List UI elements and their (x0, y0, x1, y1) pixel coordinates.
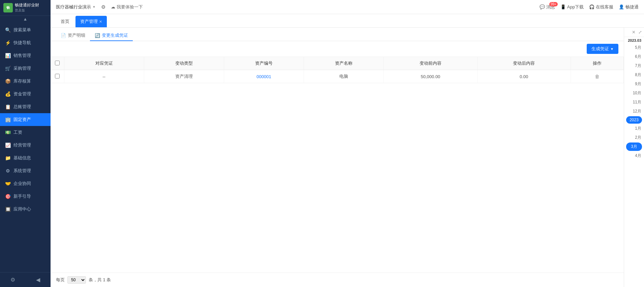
timeline-month[interactable]: 1月 (624, 124, 644, 133)
generate-voucher-label: 生成凭证 (591, 46, 609, 52)
enterprise-icon: 🤝 (5, 181, 11, 186)
generate-voucher-button[interactable]: 生成凭证 ▼ (587, 44, 618, 54)
sidebar-label-operations: 经营管理 (13, 142, 31, 148)
app-download-button[interactable]: 📱 App下载 (560, 4, 584, 10)
logo-sub: 普及版 (15, 8, 39, 13)
timeline-year-badge[interactable]: 2023 (626, 116, 642, 124)
timeline-month[interactable]: 8月 (624, 70, 644, 79)
tab-asset-management[interactable]: 资产管理 ✕ (75, 16, 107, 27)
sidebar-bottom: ⚙ ◀ (0, 272, 51, 287)
row-asset-code[interactable]: 000001 (224, 70, 304, 83)
per-page-select[interactable]: 102050100 (67, 276, 86, 284)
company-selector[interactable]: 医疗器械行业演示 ▼ (56, 4, 96, 10)
col-operation: 操作 (571, 57, 623, 70)
generate-chevron-icon: ▼ (610, 47, 614, 51)
purchase-icon: 🛒 (5, 66, 11, 71)
timeline-panel: ✕ ⤢ 2023.035月6月7月8月9月10月11月12月20231月2月3月… (624, 28, 644, 287)
col-checkbox (51, 57, 64, 70)
sidebar-item-guide[interactable]: 🎯新手引导 (0, 190, 51, 203)
inner-tabs: 📄 资产明细 🔄 变更生成凭证 (51, 28, 624, 41)
operations-icon: 📈 (5, 142, 11, 148)
row-voucher: -- (64, 70, 144, 83)
settings-icon[interactable]: ⚙ (8, 275, 18, 284)
sidebar-item-quicknav[interactable]: ⚡快捷导航 (0, 36, 51, 49)
sidebar-item-enterprise[interactable]: 🤝企业协同 (0, 177, 51, 190)
delete-button[interactable]: 🗑 (595, 74, 600, 79)
salary-icon: 💵 (5, 130, 11, 135)
row-checkbox-cell (51, 70, 64, 83)
timeline-month[interactable]: 6月 (624, 52, 644, 61)
tab-asset-label: 资产管理 (80, 19, 98, 25)
timeline-month[interactable]: 4月 (624, 151, 644, 160)
sidebar-item-basicinfo[interactable]: 📁基础信息 (0, 152, 51, 164)
timeline-content: 2023.035月6月7月8月9月10月11月12月20231月2月3月4月 (624, 37, 644, 160)
sidebar-label-basicinfo: 基础信息 (13, 155, 31, 161)
timeline-close-icon[interactable]: ✕ (631, 30, 636, 35)
sidebar-item-ledger[interactable]: 📋总账管理 (0, 100, 51, 113)
col-voucher: 对应凭证 (64, 57, 144, 70)
settings-gear-icon[interactable]: ⚙ (100, 3, 107, 11)
row-asset-name: 电脑 (304, 70, 384, 83)
sidebar-label-salary: 工资 (13, 129, 22, 135)
sidebar-item-salary[interactable]: 💵工资 (0, 126, 51, 139)
asset-detail-label: 资产明细 (68, 32, 85, 38)
row-checkbox[interactable] (55, 74, 60, 78)
sidebar-label-fixedassets: 固定资产 (13, 117, 31, 123)
sidebar-logo: 畅 畅捷通好业财 普及版 (0, 0, 51, 16)
timeline-month[interactable]: 12月 (624, 107, 644, 116)
timeline-month[interactable]: 5月 (624, 43, 644, 52)
experience-button[interactable]: ☁ 我要体验一下 (111, 4, 143, 10)
phone-icon: 📱 (560, 4, 566, 9)
user-menu[interactable]: 👤 畅捷通 (619, 4, 639, 10)
sidebar-item-operations[interactable]: 📈经营管理 (0, 139, 51, 152)
select-all-checkbox[interactable] (55, 61, 60, 65)
timeline-header: ✕ ⤢ (624, 28, 644, 37)
content-area: 📄 资产明细 🔄 变更生成凭证 生成凭证 ▼ (51, 28, 644, 287)
topbar: 医疗器械行业演示 ▼ ⚙ ☁ 我要体验一下 💬 消息 99+ 📱 App下载 🎧… (51, 0, 644, 14)
tab-change-voucher[interactable]: 🔄 变更生成凭证 (90, 30, 133, 41)
system-icon: ⚙ (5, 168, 11, 173)
table-row: -- 资产清理 000001 电脑 50,000.00 0.00 🗑 (51, 70, 624, 83)
timeline-month[interactable]: 11月 (624, 98, 644, 107)
topbar-right: 💬 消息 99+ 📱 App下载 🎧 在线客服 👤 畅捷通 (540, 4, 639, 10)
sidebar-item-inventory[interactable]: 📦库存核算 (0, 75, 51, 88)
asset-detail-icon: 📄 (61, 33, 66, 38)
sidebar-item-fixedassets[interactable]: 🏢固定资产 (0, 113, 51, 126)
sidebar-item-system[interactable]: ⚙系统管理 (0, 164, 51, 177)
change-voucher-label: 变更生成凭证 (102, 32, 128, 38)
col-asset-code: 资产编号 (224, 57, 304, 70)
timeline-month[interactable]: 2月 (624, 133, 644, 142)
online-service-button[interactable]: 🎧 在线客服 (589, 4, 613, 10)
home-tab-label: 首页 (61, 19, 69, 25)
main-content: 医疗器械行业演示 ▼ ⚙ ☁ 我要体验一下 💬 消息 99+ 📱 App下载 🎧… (51, 0, 644, 287)
collapse-icon[interactable]: ◀ (33, 275, 43, 284)
pagination: 每页 102050100 条，共 1 条 (51, 273, 624, 287)
tab-asset-detail[interactable]: 📄 资产明细 (56, 30, 90, 41)
timeline-month[interactable]: 10月 (624, 89, 644, 98)
sidebar-item-funds[interactable]: 💰资金管理 (0, 88, 51, 100)
timeline-month[interactable]: 9月 (624, 79, 644, 89)
messages-button[interactable]: 💬 消息 99+ (540, 4, 555, 10)
sidebar-item-appcenter[interactable]: 🔲应用中心 (0, 203, 51, 216)
content-panel: 📄 资产明细 🔄 变更生成凭证 生成凭证 ▼ (51, 28, 624, 287)
sidebar-item-purchase[interactable]: 🛒采购管理 (0, 62, 51, 75)
tab-close-icon[interactable]: ✕ (99, 20, 102, 24)
sidebar-item-search[interactable]: 🔍搜索菜单 (0, 24, 51, 36)
row-before-change: 50,000.00 (384, 70, 477, 83)
sidebar-scroll-up[interactable]: ▲ (0, 16, 51, 22)
timeline-month[interactable]: 7月 (624, 61, 644, 70)
timeline-expand-icon[interactable]: ⤢ (638, 30, 643, 35)
sidebar-item-sales[interactable]: 📊销售管理 (0, 49, 51, 62)
col-after-change: 变动后内容 (477, 57, 571, 70)
logo-text: 畅捷通好业财 (15, 3, 39, 8)
cloud-icon: ☁ (111, 4, 115, 9)
tab-home[interactable]: 首页 (56, 16, 74, 27)
nav-tabs: 首页 资产管理 ✕ (51, 14, 644, 28)
timeline-month[interactable]: 3月 (626, 142, 642, 151)
col-before-change: 变动前内容 (384, 57, 477, 70)
col-asset-name: 资产名称 (304, 57, 384, 70)
inventory-icon: 📦 (5, 78, 11, 84)
sidebar-label-search: 搜索菜单 (13, 27, 31, 33)
table-container: 对应凭证 变动类型 资产编号 资产名称 变动前内容 变动后内容 操作 -- 资产… (51, 57, 624, 273)
guide-icon: 🎯 (5, 194, 11, 199)
